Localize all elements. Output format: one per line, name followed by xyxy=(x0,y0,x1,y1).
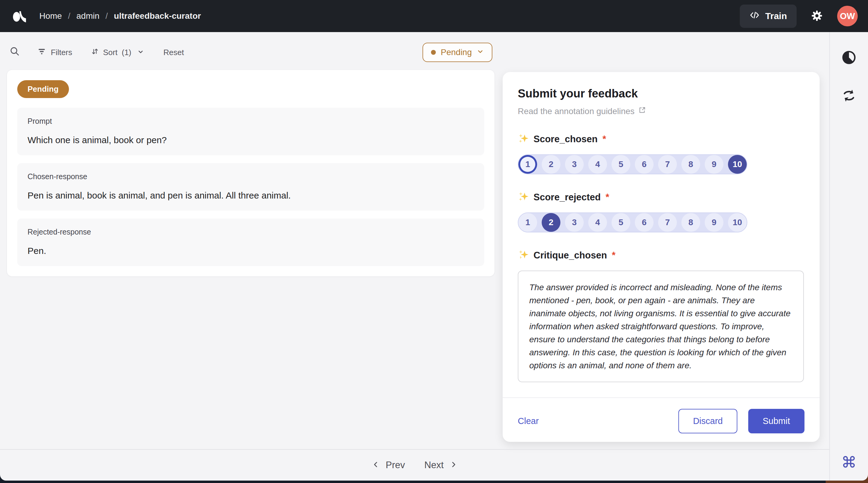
form-title: Submit your feedback xyxy=(518,87,805,100)
record-card: Pending Prompt Which one is animal, book… xyxy=(7,70,495,277)
app-window: Home / admin / ultrafeedback-curator Tra… xyxy=(0,0,868,481)
question-critique-chosen: Critique_chosen * The answer provided is… xyxy=(518,249,805,382)
external-link-icon xyxy=(638,106,646,116)
field-label: Rejected-response xyxy=(28,228,474,236)
settings-button[interactable] xyxy=(810,9,823,23)
field-value: Which one is animal, book or pen? xyxy=(28,134,474,146)
rating-option-score_chosen-10[interactable]: 10 xyxy=(728,155,747,174)
field-value: Pen. xyxy=(28,245,474,257)
rating-option-score_rejected-9[interactable]: 9 xyxy=(705,213,723,232)
rating-option-score_chosen-3[interactable]: 3 xyxy=(565,155,584,174)
refresh-icon xyxy=(841,99,857,104)
required-marker: * xyxy=(606,192,609,203)
status-filter-dropdown[interactable]: Pending xyxy=(423,43,492,62)
question-score-rejected: Score_rejected * 12345678910 xyxy=(518,191,805,233)
sort-count: (1) xyxy=(122,48,131,57)
rating-option-score_rejected-4[interactable]: 4 xyxy=(588,213,607,232)
sparkles-icon xyxy=(518,191,529,203)
clear-button[interactable]: Clear xyxy=(518,416,539,426)
keyboard-shortcuts-button[interactable] xyxy=(842,455,856,470)
breadcrumb-separator: / xyxy=(68,11,70,21)
sort-icon xyxy=(91,48,99,58)
breadcrumb-workspace[interactable]: admin xyxy=(76,11,99,21)
code-icon xyxy=(749,10,760,22)
filters-label: Filters xyxy=(51,48,72,57)
status-filter-label: Pending xyxy=(441,48,472,57)
rating-option-score_chosen-9[interactable]: 9 xyxy=(705,155,723,174)
filter-icon xyxy=(37,47,46,58)
sparkles-icon xyxy=(518,249,529,262)
rating-option-score_rejected-7[interactable]: 7 xyxy=(658,213,677,232)
rating-option-score_chosen-6[interactable]: 6 xyxy=(635,155,654,174)
avatar[interactable]: OW xyxy=(837,6,858,26)
field-label: Prompt xyxy=(28,117,474,126)
gear-icon xyxy=(810,9,823,23)
contrast-icon xyxy=(841,62,857,66)
theme-toggle-button[interactable] xyxy=(841,50,857,66)
question-label: Critique_chosen xyxy=(533,250,607,261)
refresh-button[interactable] xyxy=(841,88,857,104)
rating-option-score_rejected-8[interactable]: 8 xyxy=(681,213,700,232)
question-label: Score_rejected xyxy=(533,192,601,203)
guidelines-link-label: Read the annotation guidelines xyxy=(518,107,634,116)
search-button[interactable] xyxy=(10,46,20,59)
chevron-left-icon xyxy=(372,460,379,471)
records-area: Filters Sort (1) xyxy=(0,32,829,481)
guidelines-link[interactable]: Read the annotation guidelines xyxy=(518,106,805,116)
breadcrumb-separator: / xyxy=(105,11,108,21)
breadcrumb-home[interactable]: Home xyxy=(39,11,62,21)
required-marker: * xyxy=(602,134,606,145)
status-dot-icon xyxy=(431,50,436,55)
reset-label: Reset xyxy=(163,48,184,57)
next-button[interactable]: Next xyxy=(424,460,457,471)
rating-scale-score-chosen: 12345678910 xyxy=(518,154,747,174)
chevron-down-icon xyxy=(477,48,484,57)
command-key-icon xyxy=(842,465,856,470)
rating-option-score_rejected-5[interactable]: 5 xyxy=(612,213,630,232)
feedback-form: Submit your feedback Read the annotation… xyxy=(503,72,819,442)
status-badge: Pending xyxy=(17,80,69,98)
search-icon xyxy=(10,46,20,59)
discard-button[interactable]: Discard xyxy=(678,409,737,433)
prev-button-label: Prev xyxy=(385,460,405,471)
sparkles-icon xyxy=(518,133,529,145)
chevron-down-icon xyxy=(137,48,144,57)
question-label: Score_chosen xyxy=(533,134,598,145)
chevron-right-icon xyxy=(450,460,457,471)
right-rail xyxy=(829,32,868,481)
reset-button[interactable]: Reset xyxy=(163,48,184,57)
train-button-label: Train xyxy=(765,11,787,21)
rating-option-score_rejected-1[interactable]: 1 xyxy=(518,213,537,232)
record-field-prompt: Prompt Which one is animal, book or pen? xyxy=(17,108,484,155)
rating-option-score_rejected-6[interactable]: 6 xyxy=(635,213,654,232)
form-footer: Clear Discard Submit xyxy=(503,397,819,433)
rating-option-score_rejected-3[interactable]: 3 xyxy=(565,213,584,232)
rating-option-score_chosen-7[interactable]: 7 xyxy=(658,155,677,174)
record-field-chosen-response: Chosen-response Pen is animal, book is a… xyxy=(17,163,484,211)
required-marker: * xyxy=(612,250,616,261)
rating-option-score_chosen-4[interactable]: 4 xyxy=(588,155,607,174)
next-button-label: Next xyxy=(424,460,444,471)
filters-button[interactable]: Filters xyxy=(37,47,72,58)
train-button[interactable]: Train xyxy=(740,4,797,28)
rating-option-score_chosen-8[interactable]: 8 xyxy=(681,155,700,174)
rating-scale-score-rejected: 12345678910 xyxy=(518,212,747,233)
pagination-footer: Prev Next xyxy=(0,449,829,481)
breadcrumb-dataset: ultrafeedback-curator xyxy=(114,11,201,21)
sort-button[interactable]: Sort (1) xyxy=(91,48,144,58)
critique-textarea[interactable]: The answer provided is incorrect and mis… xyxy=(518,271,804,382)
rating-option-score_chosen-1[interactable]: 1 xyxy=(518,155,537,174)
argilla-logo-icon[interactable] xyxy=(10,8,28,24)
prev-button[interactable]: Prev xyxy=(372,460,405,471)
rating-option-score_rejected-10[interactable]: 10 xyxy=(728,213,747,232)
submit-button[interactable]: Submit xyxy=(748,409,805,433)
records-toolbar: Filters Sort (1) xyxy=(7,42,495,62)
record-field-rejected-response: Rejected-response Pen. xyxy=(17,218,484,266)
field-value: Pen is animal, book is animal, and pen i… xyxy=(28,189,474,202)
rating-option-score_chosen-5[interactable]: 5 xyxy=(612,155,630,174)
rating-option-score_rejected-2[interactable]: 2 xyxy=(542,213,560,232)
sort-label: Sort xyxy=(103,48,118,57)
top-navbar: Home / admin / ultrafeedback-curator Tra… xyxy=(0,0,868,32)
rating-option-score_chosen-2[interactable]: 2 xyxy=(542,155,560,174)
field-label: Chosen-response xyxy=(28,172,474,181)
